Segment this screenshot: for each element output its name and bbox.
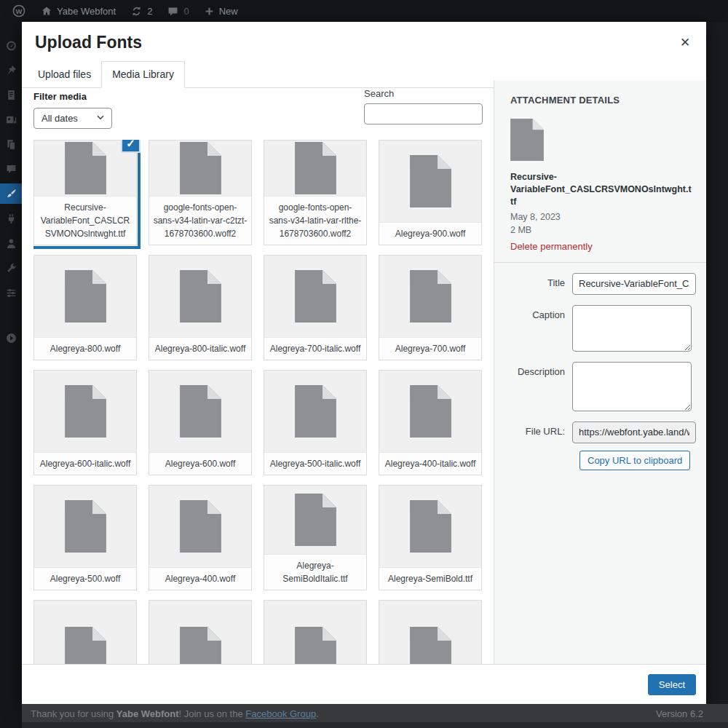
updates-count: 2 [147, 6, 152, 17]
attachment-file-icon [510, 119, 692, 161]
collapse-menu-icon[interactable] [0, 328, 22, 348]
attachment-filesize: 2 MB [510, 225, 692, 235]
media-item-filename: Alegreya-800.woff [34, 337, 136, 360]
media-icon[interactable] [0, 109, 22, 130]
media-item[interactable]: Alegreya-SemiBoldItalic.ttf [264, 485, 367, 590]
details-divider [494, 262, 706, 263]
footer-thanks-mid: ! Join us on the [179, 708, 246, 719]
description-field[interactable] [572, 362, 692, 411]
pages-icon[interactable] [0, 134, 22, 154]
media-item-filename: Alegreya-SemiBold.ttf [379, 567, 481, 590]
wordpress-logo-icon: W [12, 4, 26, 18]
title-field[interactable] [572, 273, 696, 295]
admin-sidebar [0, 22, 22, 728]
tools-wrench-icon[interactable] [0, 258, 22, 278]
copy-url-button[interactable]: Copy URL to clipboard [579, 451, 690, 470]
media-item[interactable] [264, 600, 367, 664]
file-icon [264, 256, 366, 337]
caption-field-label: Caption [510, 305, 572, 352]
footer-bottom-strip [22, 722, 728, 728]
new-menu[interactable]: New [198, 0, 244, 22]
home-icon [41, 5, 52, 17]
site-menu[interactable]: Yabe Webfont [35, 0, 122, 22]
media-item[interactable] [379, 600, 482, 664]
attachment-date: May 8, 2023 [510, 212, 692, 222]
description-field-label: Description [510, 362, 572, 411]
media-item-filename: google-fonts-open-sans-v34-latin-var-c2t… [149, 196, 251, 245]
pin-icon[interactable] [0, 60, 22, 80]
search-label: Search [364, 88, 483, 99]
media-item[interactable]: Alegreya-500.woff [33, 485, 137, 590]
attachment-filename: Recursive-VariableFont_CASLCRSVMONOslntw… [510, 171, 692, 208]
file-icon [149, 371, 251, 452]
wordpress-menu[interactable]: W [6, 0, 32, 22]
close-icon[interactable]: ✕ [674, 32, 696, 54]
media-item-filename: Alegreya-900.woff [379, 222, 481, 245]
chevron-down-icon [95, 112, 106, 124]
updates-icon [130, 5, 143, 17]
select-button[interactable]: Select [648, 674, 696, 695]
file-icon [264, 141, 366, 196]
footer-version: Version 6.2 [656, 708, 703, 719]
file-icon [34, 486, 136, 567]
media-item[interactable]: Recursive-VariableFont_CASLCRSVMONOslntw… [33, 140, 137, 245]
media-grid: Recursive-VariableFont_CASLCRSVMONOslntw… [33, 140, 482, 664]
search-input[interactable] [364, 103, 483, 124]
media-item-filename: Alegreya-700.woff [379, 337, 481, 360]
footer-thanks: Thank you for using Yabe Webfont! Join u… [31, 708, 319, 719]
footer-thanks-prefix: Thank you for using [31, 708, 116, 719]
facebook-group-link[interactable]: Facebook Group [245, 708, 316, 719]
media-item[interactable]: Alegreya-700.woff [379, 255, 482, 360]
file-icon [379, 256, 481, 337]
media-item[interactable]: Alegreya-400.woff [149, 485, 252, 590]
media-item[interactable]: Alegreya-800-italic.woff [149, 255, 252, 360]
media-item-filename: Alegreya-800-italic.woff [149, 337, 251, 360]
file-url-field[interactable] [572, 422, 696, 443]
media-item[interactable]: Alegreya-800.woff [33, 255, 137, 360]
date-filter-value: All dates [41, 113, 78, 124]
media-item[interactable]: Alegreya-600-italic.woff [33, 370, 137, 475]
media-item[interactable] [149, 600, 252, 664]
updates-menu[interactable]: 2 [124, 0, 158, 22]
file-icon [264, 371, 366, 452]
media-item-filename: Recursive-VariableFont_CASLCRSVMONOslntw… [34, 196, 136, 245]
file-icon [379, 486, 481, 567]
media-item-filename: Alegreya-700-italic.woff [264, 337, 366, 360]
file-url-label: File URL: [510, 422, 572, 443]
media-item[interactable]: google-fonts-open-sans-v34-latin-var-c2t… [149, 140, 252, 245]
caption-field[interactable] [572, 305, 692, 352]
post-document-icon[interactable] [0, 84, 22, 105]
media-item[interactable]: google-fonts-open-sans-v34-latin-var-rlt… [264, 140, 367, 245]
plugins-icon[interactable] [0, 208, 22, 229]
webfont-brush-icon-active[interactable] [0, 183, 22, 204]
media-item-filename: Alegreya-500-italic.woff [264, 452, 366, 475]
media-item-filename: Alegreya-400-italic.woff [379, 452, 481, 475]
new-label: New [219, 6, 238, 17]
file-icon [34, 256, 136, 337]
footer-site-name: Yabe Webfont [116, 708, 179, 719]
comments-menu[interactable]: 0 [161, 0, 194, 22]
media-item[interactable]: Alegreya-600.woff [149, 370, 252, 475]
title-field-label: Title [510, 273, 572, 295]
users-icon[interactable] [0, 233, 22, 253]
media-item-filename: Alegreya-SemiBoldItalic.ttf [264, 554, 366, 590]
media-item[interactable]: Alegreya-SemiBold.ttf [379, 485, 482, 590]
file-icon [379, 601, 481, 664]
file-icon [149, 601, 251, 664]
delete-permanently-link[interactable]: Delete permanently [510, 241, 593, 252]
media-frame-content: Filter media All dates Search Recursive-… [22, 84, 494, 664]
media-item-filename: google-fonts-open-sans-v34-latin-var-rlt… [264, 196, 366, 245]
date-filter-select[interactable]: All dates [33, 108, 112, 129]
settings-sliders-icon[interactable] [0, 282, 22, 303]
comment-bubble-icon [167, 5, 179, 17]
media-item[interactable]: Alegreya-900.woff [379, 140, 482, 245]
media-item[interactable]: Alegreya-500-italic.woff [264, 370, 367, 475]
media-item[interactable]: Alegreya-700-italic.woff [264, 255, 367, 360]
media-item[interactable]: Alegreya-400-italic.woff [379, 370, 482, 475]
modal-title: Upload Fonts [22, 22, 706, 54]
dashboard-icon[interactable] [0, 35, 22, 55]
plus-icon [204, 6, 215, 17]
media-item[interactable] [33, 600, 137, 664]
modal-footer-toolbar: Select [22, 664, 706, 704]
comments-icon[interactable] [0, 159, 22, 179]
